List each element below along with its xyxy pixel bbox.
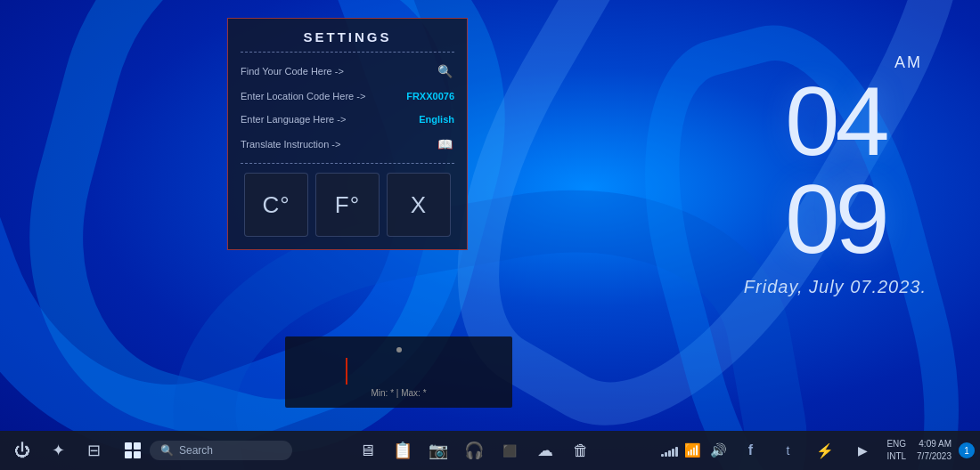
celsius-btn[interactable]: C°	[244, 173, 308, 237]
taskbar-left: ⏻ ✦ ⊟	[0, 434, 116, 467]
youtube-icon[interactable]: ▶	[845, 434, 879, 467]
monitor-icon[interactable]: ⊟	[77, 434, 110, 467]
trash-icon[interactable]: 🗑	[564, 434, 598, 467]
widget-red-line	[346, 358, 347, 385]
tray-time: 4:09 AM	[917, 438, 951, 450]
signal-bar-2	[665, 452, 667, 457]
start-button[interactable]	[116, 434, 150, 467]
unit-buttons: C° F° X	[241, 173, 454, 237]
twitter-icon[interactable]: t	[771, 434, 804, 467]
signal-bar-1	[661, 454, 664, 457]
language-row: Enter Language Here -> English	[241, 108, 454, 131]
signal-bars	[661, 444, 678, 457]
cloud-icon[interactable]: ☁	[528, 434, 562, 467]
lang-line2: INTL	[886, 450, 906, 463]
brightness-icon[interactable]: ✦	[41, 434, 75, 467]
bolt-icon[interactable]: ⚡	[808, 434, 842, 467]
power-icon[interactable]: ⏻	[5, 434, 39, 467]
taskbar: ⏻ ✦ ⊟ 🔍 Search 🖥 📋 📷 🎧 ⬛ ☁ 🗑 📶 �	[0, 431, 980, 470]
signal-bar-4	[672, 449, 674, 457]
search-label: Search	[179, 444, 213, 457]
taskbar-center: 🖥 📋 📷 🎧 ⬛ ☁ 🗑	[292, 434, 656, 467]
taskbar-right: 📶 🔊 f t ⚡ ▶ ENG INTL 4:09 AM 7/7/2023 1	[656, 434, 980, 467]
settings-panel: SETTINGS Find Your Code Here -> 🔍 Enter …	[227, 18, 468, 250]
sound-icon[interactable]: 🔊	[707, 441, 730, 460]
location-code-row: Enter Location Code Here -> FRXX0076	[241, 85, 454, 108]
windows-logo	[125, 442, 141, 458]
notification-badge[interactable]: 1	[959, 442, 975, 458]
language-value[interactable]: English	[419, 114, 454, 125]
book-icon[interactable]: 📖	[435, 134, 454, 154]
signal-bar-5	[675, 447, 678, 457]
search-icon[interactable]: 🔍	[435, 61, 454, 81]
find-code-row: Find Your Code Here -> 🔍	[241, 58, 454, 85]
find-code-label: Find Your Code Here ->	[241, 66, 435, 77]
clock-minute: 09	[744, 170, 927, 268]
widget-bar-container	[301, 358, 497, 385]
search-bar[interactable]: 🔍 Search	[150, 441, 292, 460]
language-area[interactable]: ENG INTL	[883, 438, 910, 463]
location-code-label: Enter Location Code Here ->	[241, 91, 406, 101]
display-icon[interactable]: 🖥	[350, 434, 384, 467]
settings-title: SETTINGS	[241, 29, 454, 45]
facebook-icon[interactable]: f	[733, 434, 767, 467]
clipboard-icon[interactable]: 📋	[386, 434, 420, 467]
fahrenheit-btn[interactable]: F°	[315, 173, 380, 237]
tray-clock[interactable]: 4:09 AM 7/7/2023	[913, 438, 955, 463]
clock-date: Friday, July 07.2023.	[744, 277, 927, 297]
lang-line1: ENG	[886, 438, 906, 450]
wifi-icon[interactable]: 📶	[682, 441, 704, 460]
widget-label: Min: * | Max: *	[371, 388, 426, 398]
camera-icon[interactable]: 📷	[421, 434, 455, 467]
translate-row: Translate Instruction -> 📖	[241, 131, 454, 158]
translate-label: Translate Instruction ->	[241, 139, 435, 150]
search-icon: 🔍	[160, 444, 174, 457]
tray-date: 7/7/2023	[917, 450, 951, 463]
close-unit-btn[interactable]: X	[387, 173, 451, 237]
widget-dot	[396, 347, 402, 352]
clock-area: AM 04 09 Friday, July 07.2023.	[744, 53, 927, 297]
location-code-value[interactable]: FRXX0076	[406, 91, 454, 101]
headphone-icon[interactable]: 🎧	[457, 434, 491, 467]
mini-widget: Min: * | Max: *	[285, 336, 512, 408]
language-label: Enter Language Here ->	[241, 114, 419, 125]
signal-bar-3	[668, 450, 671, 457]
clock-hour: 04	[744, 72, 927, 170]
app-icon[interactable]: ⬛	[493, 434, 527, 467]
